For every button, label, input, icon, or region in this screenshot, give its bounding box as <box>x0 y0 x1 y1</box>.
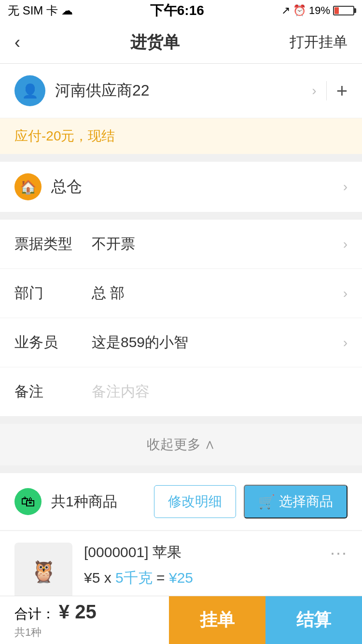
avatar-icon: 👤 <box>22 83 39 99</box>
nav-bar: ‹ 进货单 打开挂单 <box>0 21 362 64</box>
supplier-chevron-icon: › <box>312 83 316 98</box>
location-icon: ↗ <box>281 4 290 17</box>
supplier-name: 河南供应商22 <box>55 80 312 101</box>
remark-placeholder: 备注内容 <box>92 382 348 402</box>
select-product-icon: 🛒 <box>258 494 275 510</box>
open-hang-button[interactable]: 打开挂单 <box>290 32 348 52</box>
remark-row[interactable]: 备注 备注内容 <box>0 367 362 416</box>
select-product-label: 选择商品 <box>279 492 333 511</box>
product-price: ¥5 x 5千克 = ¥25 <box>84 568 330 588</box>
hang-button[interactable]: 挂单 <box>169 596 265 644</box>
notice-bar: 应付-20元，现结 <box>0 118 362 154</box>
salesman-value: 这是859的小智 <box>92 333 343 352</box>
form-section: 票据类型 不开票 › 部门 总 部 › 业务员 这是859的小智 › 备注 备注… <box>0 220 362 416</box>
back-button[interactable]: ‹ <box>14 32 20 53</box>
bottom-bar: 合计： ¥ 25 共1种 挂单 结算 <box>0 596 362 644</box>
product-count: 共1种商品 <box>51 492 154 512</box>
supplier-section: 👤 河南供应商22 › + 应付-20元，现结 <box>0 64 362 154</box>
add-supplier-button[interactable]: + <box>336 80 348 102</box>
total-row: 合计： ¥ 25 <box>14 601 154 623</box>
product-quantity: 5千克 <box>115 570 153 586</box>
product-menu-button[interactable]: ··· <box>330 543 348 563</box>
warehouse-chevron-icon: › <box>343 179 348 195</box>
shopping-bag-icon: 🛍 <box>21 493 35 510</box>
checkout-button[interactable]: 结算 <box>265 596 362 644</box>
supplier-divider <box>326 81 327 100</box>
product-multiply: x <box>104 570 115 586</box>
total-label: 合计： <box>14 606 55 621</box>
content: 👤 河南供应商22 › + 应付-20元，现结 🏠 总仓 › 票据类型 不开票 … <box>0 64 362 644</box>
select-product-button[interactable]: 🛒 选择商品 <box>244 485 348 518</box>
invoice-value: 不开票 <box>92 234 343 254</box>
total-count: 共1种 <box>14 625 154 640</box>
invoice-label: 票据类型 <box>14 234 92 254</box>
department-value: 总 部 <box>92 283 343 303</box>
status-time: 下午6:16 <box>150 1 204 20</box>
warehouse-name: 总仓 <box>51 176 343 197</box>
product-thumbnail: 🦉 <box>14 543 72 601</box>
product-unit-price: ¥5 <box>84 570 100 586</box>
product-header: 🛍 共1种商品 修改明细 🛒 选择商品 <box>0 473 362 530</box>
supplier-row[interactable]: 👤 河南供应商22 › + <box>0 64 362 118</box>
remark-label: 备注 <box>14 382 92 402</box>
status-left: 无 SIM 卡 ☁ <box>8 3 73 18</box>
invoice-chevron-icon: › <box>343 237 348 252</box>
department-chevron-icon: › <box>343 286 348 301</box>
status-bar: 无 SIM 卡 ☁ 下午6:16 ↗ ⏰ 19% <box>0 0 362 21</box>
salesman-label: 业务员 <box>14 333 92 352</box>
product-name: [0000001] 苹果 <box>84 543 330 562</box>
product-title: 苹果 <box>153 544 181 560</box>
invoice-row[interactable]: 票据类型 不开票 › <box>0 220 362 269</box>
collapse-button[interactable]: 收起更多 ∧ <box>0 424 362 465</box>
total-section: 合计： ¥ 25 共1种 <box>0 601 169 640</box>
battery-icon <box>333 6 354 15</box>
alarm-icon: ⏰ <box>293 4 306 17</box>
page-title: 进货单 <box>130 31 180 54</box>
warehouse-icon: 🏠 <box>14 173 42 200</box>
department-label: 部门 <box>14 283 92 303</box>
status-right: ↗ ⏰ 19% <box>281 4 354 17</box>
product-equals: = <box>156 570 169 586</box>
product-icon: 🛍 <box>14 488 42 515</box>
product-total: ¥25 <box>169 570 193 586</box>
battery-percent: 19% <box>309 4 330 17</box>
warehouse-section: 🏠 总仓 › <box>0 162 362 212</box>
salesman-chevron-icon: › <box>343 335 348 350</box>
salesman-row[interactable]: 业务员 这是859的小智 › <box>0 318 362 367</box>
warehouse-row[interactable]: 🏠 总仓 › <box>0 162 362 212</box>
owl-logo: 🦉 <box>30 559 57 584</box>
sim-signal: 无 SIM 卡 ☁ <box>8 3 73 18</box>
product-info: [0000001] 苹果 ¥5 x 5千克 = ¥25 <box>84 543 330 588</box>
edit-detail-button[interactable]: 修改明细 <box>154 485 236 518</box>
supplier-avatar: 👤 <box>14 75 45 106</box>
department-row[interactable]: 部门 总 部 › <box>0 269 362 318</box>
total-amount: ¥ 25 <box>59 601 97 622</box>
product-id: [0000001] <box>84 544 148 560</box>
